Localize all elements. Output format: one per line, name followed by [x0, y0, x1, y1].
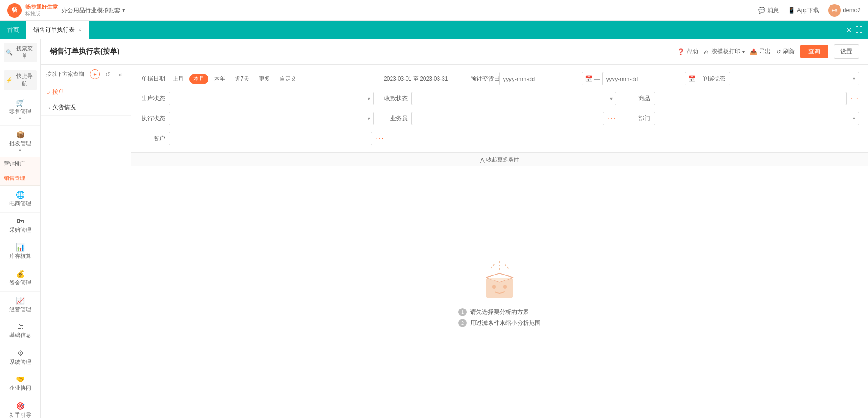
- search-menu-button[interactable]: 🔍 搜索菜单: [4, 43, 37, 62]
- salesperson-select-btn[interactable]: ···: [608, 114, 616, 123]
- doc-status-select[interactable]: 待审核 已审核 已关闭: [729, 72, 859, 86]
- enterprise-label: 企业协同: [9, 385, 31, 392]
- page-header: 销售订单执行表(按单) ❓ 帮助 🖨 按模板打印 📤 导出 ↺ 刷新: [41, 39, 868, 65]
- date-label: 单据日期: [140, 75, 165, 83]
- salesperson-label: 业务员: [383, 114, 408, 123]
- sidebar-item-operations[interactable]: 📈 经营管理: [0, 292, 40, 318]
- tab-close-window-icon[interactable]: ✕: [846, 26, 852, 34]
- tab-maximize-icon[interactable]: ⛶: [855, 26, 863, 34]
- export-button[interactable]: 📤 导出: [750, 48, 771, 56]
- scheme-item-by-order[interactable]: ○ 按单: [41, 84, 131, 100]
- customer-input[interactable]: [169, 132, 372, 145]
- breadcrumb[interactable]: 办公用品行业模拟账套 ▾: [61, 6, 125, 14]
- date-btn-custom[interactable]: 自定义: [276, 74, 300, 84]
- scheme-order-icon: ○: [46, 88, 50, 95]
- goods-select-btn[interactable]: ···: [850, 95, 859, 103]
- refresh-button[interactable]: ↺ 刷新: [776, 48, 795, 56]
- scheme-panel: 按以下方案查询 + ↺ « ○ 按单 ○ 欠货情况: [41, 65, 131, 418]
- sales-label: 销售管理: [4, 175, 25, 182]
- sidebar-item-enterprise[interactable]: 🤝 企业协同: [0, 370, 40, 397]
- svg-line-4: [490, 264, 494, 270]
- marketing-label: 营销推广: [4, 160, 25, 168]
- tab-home[interactable]: 首页: [0, 21, 26, 39]
- quick-nav-button[interactable]: ⚡ 快捷导航: [4, 70, 37, 90]
- collapse-conditions-row[interactable]: ⋀ 收起更多条件: [131, 153, 868, 166]
- settings-button[interactable]: 设置: [834, 44, 859, 59]
- scheme-item-backorder[interactable]: ○ 欠货情况: [41, 100, 131, 116]
- system-icon: ⚙: [17, 349, 24, 357]
- print-button[interactable]: 🖨 按模板打印: [703, 48, 745, 56]
- payment-status-label: 收款状态: [383, 95, 408, 103]
- doc-status-select-wrap: 待审核 已审核 已关闭: [729, 72, 859, 86]
- date-btn-this-month[interactable]: 本月: [189, 74, 208, 84]
- sidebar-item-retail[interactable]: 🛒 零售管理 ▾: [0, 94, 40, 126]
- sidebar-item-system[interactable]: ⚙ 系统管理: [0, 344, 40, 371]
- filter-goods: 商品 ···: [625, 92, 859, 105]
- expected-date-from[interactable]: [499, 72, 583, 86]
- sidebar-item-inventory[interactable]: 📊 库存核算: [0, 238, 40, 265]
- page-header-actions: ❓ 帮助 🖨 按模板打印 📤 导出 ↺ 刷新 查询: [677, 44, 859, 59]
- export-icon: 📤: [750, 48, 757, 55]
- empty-svg: [477, 257, 522, 303]
- date-btn-this-year[interactable]: 本年: [210, 74, 229, 84]
- cal-icon-to[interactable]: 📅: [688, 75, 696, 82]
- tab-sales-order[interactable]: 销售订单执行表 ×: [26, 21, 89, 39]
- sidebar-item-wholesale[interactable]: 📦 批发管理 ▴: [0, 126, 40, 157]
- sidebar-item-finance[interactable]: 💰 资金管理: [0, 265, 40, 292]
- refresh-label: 刷新: [783, 48, 795, 56]
- sidebar-item-ecommerce[interactable]: 🌐 电商管理: [0, 186, 40, 213]
- inventory-label: 库存核算: [9, 253, 31, 260]
- scheme-collapse-button[interactable]: «: [115, 69, 125, 79]
- tab-home-label: 首页: [7, 26, 19, 34]
- collapse-label: 收起更多条件: [486, 156, 519, 164]
- date-btn-last-month[interactable]: 上月: [169, 74, 188, 84]
- date-btn-7days[interactable]: 近7天: [231, 74, 253, 84]
- message-label: 消息: [767, 6, 779, 14]
- user-action[interactable]: Ea demo2: [828, 4, 861, 17]
- sidebar-item-purchase[interactable]: 🛍 采购管理: [0, 213, 40, 239]
- sidebar-item-basic[interactable]: 🗂 基础信息: [0, 318, 40, 344]
- filter-payment-status: 收款状态 未收款 部分收款 全部收款: [383, 92, 617, 105]
- date-btn-more[interactable]: 更多: [255, 74, 274, 84]
- operations-icon: 📈: [16, 296, 25, 305]
- filter-expected-date: 预计交货日期 📅 — 📅: [471, 72, 682, 86]
- delivery-status-select[interactable]: 未出库 部分出库 全部出库: [169, 92, 374, 105]
- scheme-refresh-button[interactable]: ↺: [103, 69, 113, 79]
- tab-close-btn[interactable]: ×: [78, 27, 81, 33]
- purchase-icon: 🛍: [17, 217, 24, 225]
- cal-icon-from[interactable]: 📅: [585, 75, 593, 82]
- customer-select-btn[interactable]: ···: [376, 134, 384, 142]
- filter-row-4: 客户 ···: [140, 132, 859, 145]
- salesperson-input[interactable]: [411, 112, 604, 125]
- help-button[interactable]: ❓ 帮助: [677, 48, 698, 56]
- dept-select[interactable]: [654, 112, 859, 125]
- content-body: 按以下方案查询 + ↺ « ○ 按单 ○ 欠货情况: [41, 65, 868, 418]
- expected-date-group: 📅 — 📅: [499, 72, 696, 86]
- sidebar-subitem-sales[interactable]: 销售管理: [0, 171, 40, 186]
- scheme-backorder-label: 欠货情况: [52, 104, 76, 112]
- date-sep: —: [594, 76, 600, 82]
- export-label: 导出: [759, 48, 771, 56]
- sidebar-subitem-marketing[interactable]: 营销推广: [0, 157, 40, 171]
- query-button[interactable]: 查询: [800, 45, 828, 58]
- scheme-add-button[interactable]: +: [90, 69, 100, 79]
- sidebar-item-newbie[interactable]: 🎯 新手引导: [0, 397, 40, 418]
- exec-status-select[interactable]: 执行中 已完成: [169, 112, 374, 125]
- message-action[interactable]: 💬 消息: [758, 6, 779, 14]
- filter-doc-status: 单据状态 待审核 已审核 已关闭: [700, 72, 859, 86]
- empty-illustration: [477, 257, 522, 303]
- app-download-action[interactable]: 📱 App下载: [788, 6, 819, 14]
- empty-state: 1 请先选择要分析的方案 2 用过滤条件来缩小分析范围: [131, 166, 868, 418]
- expected-date-to[interactable]: [602, 72, 686, 86]
- header-right: 💬 消息 📱 App下载 Ea demo2: [758, 4, 861, 17]
- scheme-order-label: 按单: [52, 88, 64, 96]
- main-layout: 🔍 搜索菜单 ⚡ 快捷导航 🛒 零售管理 ▾ 📦 批发管理 ▴ 营销推广: [0, 39, 868, 418]
- finance-label: 资金管理: [9, 280, 31, 287]
- filter-area: 单据日期 上月 本月 本年 近7天 更多 自定义 2023: [131, 65, 868, 153]
- goods-input[interactable]: [654, 92, 846, 105]
- empty-hints: 1 请先选择要分析的方案 2 用过滤条件来缩小分析范围: [458, 308, 541, 327]
- payment-status-select[interactable]: 未收款 部分收款 全部收款: [411, 92, 617, 105]
- svg-point-2: [503, 285, 507, 289]
- finance-icon: 💰: [16, 270, 25, 278]
- hint-num-2: 2: [458, 319, 467, 327]
